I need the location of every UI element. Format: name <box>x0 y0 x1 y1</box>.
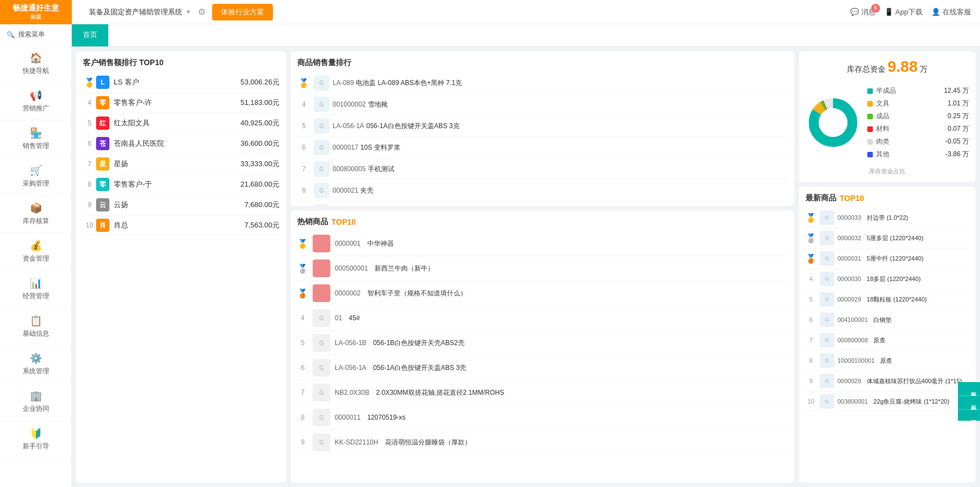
new-rank-number: 8 <box>805 357 816 364</box>
new-product-code: 000800008 <box>837 337 868 343</box>
online-service-button[interactable]: 👤 在线客服 <box>931 7 971 17</box>
sidebar-item-marketing[interactable]: 📢 营销推广 <box>0 83 71 120</box>
new-product-image: G <box>820 333 834 347</box>
rank-number: 6 <box>297 144 310 151</box>
sidebar-item-basics[interactable]: 📋 基础信息 <box>0 308 71 346</box>
product-image: G <box>314 183 329 198</box>
product-name: 电池盖 LA-089 ABS本色+黑种 7.1克 <box>356 79 462 87</box>
new-product-row: 6 G 004100001 白钢垫 <box>805 310 969 330</box>
new-product-row: 7 G 000800008 原查 <box>805 330 969 351</box>
rank-number: 4 <box>83 99 96 107</box>
float-buttons: 客服热线服务社区直播 <box>958 382 980 421</box>
hot-product-row: 6 G LA-056-1A 056-1A白色按键开关盖ABS 3壳 <box>297 356 788 380</box>
inventory-subtitle: 库存资金占比 <box>805 167 969 176</box>
legend-item: 半成品 12.45 万 <box>867 84 969 97</box>
app-edition: 标版 <box>30 13 41 21</box>
sidebar-item-quick-nav[interactable]: 🏠 快捷导航 <box>0 45 71 83</box>
new-product-name: 体城嘉枝味苏打饮品400毫升 (1*15) <box>867 377 962 385</box>
legend-label: 其他 <box>876 150 942 159</box>
new-rank-number: 🥉 <box>805 253 816 264</box>
customer-name: 红太阳文具 <box>114 118 240 128</box>
customer-avatar: 零 <box>96 178 109 191</box>
rank-number: 8 <box>297 187 310 194</box>
sidebar-item-inventory[interactable]: 📦 库存核算 <box>0 195 71 233</box>
sidebar-item-guide[interactable]: 🔰 新手引导 <box>0 421 71 458</box>
customer-name: 星扬 <box>114 159 240 169</box>
messages-badge: 6 <box>871 4 880 13</box>
ranking-row: 10 肖 肖总 7,563.00元 <box>83 215 280 236</box>
new-product-image: G <box>820 231 834 245</box>
svg-point-5 <box>819 108 847 137</box>
product-image: G <box>314 161 329 177</box>
sidebar-item-finance[interactable]: 💰 资金管理 <box>0 233 71 271</box>
new-product-code: 0000031 <box>837 255 861 262</box>
new-rank-number: 4 <box>805 276 816 282</box>
sidebar-label-purchase: 采购管理 <box>23 179 49 188</box>
app-download-button[interactable]: 📱 App下载 <box>884 7 923 17</box>
new-product-row: 9 G 0000028 体城嘉枝味苏打饮品400毫升 (1*15) <box>805 371 969 391</box>
settings-button[interactable]: ⚙ <box>198 7 206 17</box>
customer-name: 零售客户-许 <box>114 98 240 108</box>
hot-product-name: 056-1A白色按键开关盖ABS 3壳 <box>373 363 466 373</box>
bronze-medal-icon: 🥉 <box>297 289 308 298</box>
sidebar-item-operations[interactable]: 📊 经营管理 <box>0 271 71 308</box>
customer-value: 51,183.00元 <box>240 98 280 108</box>
messages-button[interactable]: 💬 消息 6 <box>850 7 876 17</box>
hot-product-name: 智利车子里（规格不知道填什么） <box>367 289 467 298</box>
purchase-icon: 🛒 <box>30 165 42 177</box>
new-product-name: 5厘多层 (1220*2440) <box>867 234 924 242</box>
float-btn-服务社区[interactable]: 服务社区 <box>958 396 980 410</box>
product-code: 0000021 <box>333 187 359 194</box>
sidebar-item-enterprise[interactable]: 🏢 企业协同 <box>0 383 71 421</box>
product-name: 手机测试 <box>368 165 394 173</box>
legend-color-dot <box>867 126 873 132</box>
rank-number: 5 <box>297 122 310 130</box>
tab-home[interactable]: 首页 <box>72 24 108 46</box>
hot-product-name: 花语萌恒温分腿睡袋（厚款） <box>385 438 471 447</box>
legend-label: 成品 <box>876 112 944 121</box>
new-product-code: 003800001 <box>837 398 868 405</box>
hot-product-name: 12070519-xs <box>367 414 405 421</box>
customer-value: 40,925.00元 <box>240 118 280 128</box>
hot-product-row: 5 G LA-056-1B 056-1B白色按键开关壳ABS2壳 <box>297 331 788 356</box>
hot-product-name: 中华神器 <box>367 239 394 248</box>
customer-name: LS 客户 <box>114 77 240 87</box>
product-row: 🥇 G LA-089 电池盖 LA-089 ABS本色+黑种 7.1克 <box>297 72 788 94</box>
marketing-icon: 📢 <box>30 89 42 102</box>
hot-product-image: G <box>313 409 330 426</box>
sidebar-label-guide: 新手引导 <box>23 442 49 451</box>
new-rank-number: 5 <box>805 296 816 303</box>
gold-medal-icon: 🥇 <box>298 78 309 88</box>
sidebar-item-system[interactable]: ⚙️ 系统管理 <box>0 346 71 383</box>
float-btn-直播[interactable]: 直播 <box>958 410 980 421</box>
hot-product-code: NB2.0X30B <box>335 389 370 396</box>
hot-product-row: 4 G 01 45# <box>297 306 788 331</box>
sidebar-item-purchase[interactable]: 🛒 采购管理 <box>0 158 71 195</box>
sales-icon: 🏪 <box>30 127 42 139</box>
rank-number: 🥇 <box>297 78 310 88</box>
legend-label: 半成品 <box>876 86 941 96</box>
customer-ranking-title: 客户销售额排行 TOP10 <box>83 58 280 68</box>
new-product-name: 22g鱼豆腐-烧烤味 (1*12*20) <box>873 398 950 406</box>
new-product-row: 🥇 G 0000033 封边带 (1.0*22) <box>805 208 969 228</box>
product-code: LA-089 <box>333 79 354 87</box>
search-menu[interactable]: 🔍 搜索菜单 <box>0 24 71 45</box>
ranking-row: 8 零 零售客户-于 21,680.00元 <box>83 174 280 195</box>
legend-value: 12.45 万 <box>944 86 969 96</box>
system-selector[interactable]: 装备及固定资产辅助管理系统 ▼ <box>89 7 191 17</box>
trial-button[interactable]: 体验行业方案 <box>212 4 273 20</box>
product-info: 000800005 手机测试 <box>333 165 788 174</box>
customer-value: 7,563.00元 <box>244 220 280 230</box>
legend-value: -3.86 万 <box>945 150 969 159</box>
hot-product-code: KK-SD22110H <box>335 438 378 446</box>
sidebar-item-sales[interactable]: 🏪 销售管理 <box>0 120 71 158</box>
new-rank-number: 6 <box>805 316 816 323</box>
float-btn-客服热线[interactable]: 客服热线 <box>958 382 980 396</box>
customer-value: 7,680.00元 <box>244 200 280 210</box>
product-row: 7 G 000800005 手机测试 <box>297 158 788 180</box>
legend-label: 文具 <box>876 99 944 108</box>
new-product-code: 0000028 <box>837 378 861 384</box>
legend-color-dot <box>867 114 873 119</box>
customer-value: 53,006.26元 <box>240 77 280 87</box>
legend-item: 材料 0.07 万 <box>867 123 969 135</box>
